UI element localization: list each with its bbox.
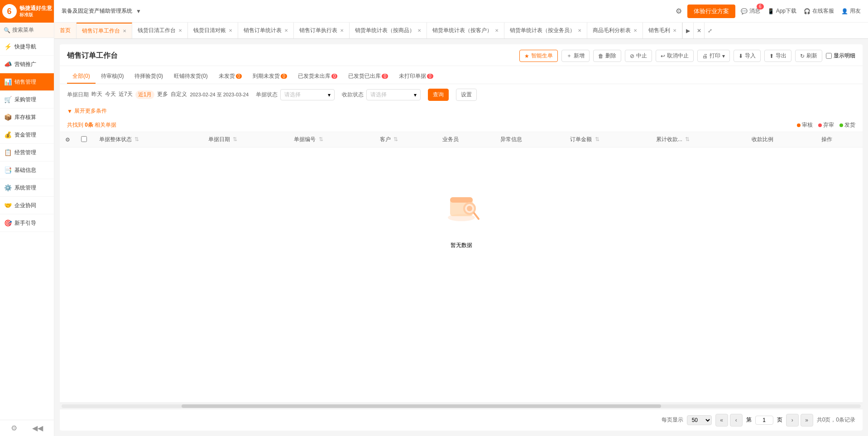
- ship-action-btn[interactable]: 发货: [839, 121, 855, 129]
- empty-text: 暂无数据: [451, 242, 472, 249]
- scroll-thumb[interactable]: [182, 404, 661, 408]
- sidebar-collapse-btn[interactable]: ◀◀: [32, 424, 43, 432]
- tab-close-sales-order[interactable]: ✕: [123, 28, 126, 33]
- sidebar-settings-btn[interactable]: ⚙: [11, 424, 17, 432]
- sidebar-item-basic-info[interactable]: 📑 基础信息: [0, 161, 54, 179]
- tab-close-sales-stat[interactable]: ✕: [284, 28, 288, 33]
- revoke-action-btn[interactable]: 弃审: [818, 121, 834, 129]
- select-all-checkbox[interactable]: [81, 136, 87, 142]
- subtab-pending-review[interactable]: 待审核(0): [96, 70, 129, 84]
- sidebar-item-quick-nav[interactable]: ⚡ 快捷导航: [0, 38, 54, 56]
- tab-close-sales-product-stat[interactable]: ✕: [417, 28, 421, 33]
- sidebar-item-inventory[interactable]: 📦 库存核算: [0, 109, 54, 126]
- show-detail-input[interactable]: [826, 53, 832, 59]
- summary-actions: 审核 弃审 发货: [797, 121, 855, 129]
- user-menu-btn[interactable]: 👤 用友: [841, 7, 861, 15]
- expand-filter-btn[interactable]: ▼ 展开更多条件: [67, 107, 855, 115]
- tab-close-sales-staff-stat[interactable]: ✕: [578, 28, 581, 33]
- page-next-btn[interactable]: ›: [786, 414, 799, 427]
- page-last-btn[interactable]: »: [801, 414, 813, 427]
- sort-collected-icon[interactable]: ⇅: [685, 136, 690, 142]
- date-yesterday[interactable]: 昨天: [91, 90, 102, 99]
- tab-sales-stat[interactable]: 销售订单统计表 ✕: [238, 23, 294, 39]
- export-btn[interactable]: ⬆ 导出: [764, 50, 791, 62]
- tab-sales-exec[interactable]: 销售订单执行表 ✕: [294, 23, 350, 39]
- payment-select[interactable]: 请选择 ▾: [366, 89, 421, 100]
- tab-sales-customer-stat[interactable]: 销货单统计表（按客户） ✕: [427, 23, 504, 39]
- date-1month[interactable]: 近1月: [135, 90, 155, 99]
- subtab-wangpu[interactable]: 旺铺待发货(0): [168, 70, 213, 84]
- tab-maximize-btn[interactable]: ⤢: [704, 23, 715, 39]
- sort-date-icon[interactable]: ⇅: [233, 136, 237, 142]
- sidebar-item-guide[interactable]: 🎯 新手引导: [0, 214, 54, 232]
- tab-close-all-btn[interactable]: ✕: [693, 23, 704, 39]
- sidebar-search[interactable]: 🔍 搜索菜单: [0, 23, 54, 38]
- tab-close-cash-daily[interactable]: ✕: [178, 28, 182, 33]
- sidebar-item-system[interactable]: ⚙️ 系统管理: [0, 179, 54, 197]
- tab-sales-profit[interactable]: 销售毛利 ✕: [643, 23, 682, 39]
- date-7days[interactable]: 近7天: [119, 90, 133, 99]
- sidebar-item-promo[interactable]: 📣 营销推广: [0, 56, 54, 73]
- show-detail-checkbox[interactable]: 显示明细: [826, 52, 855, 60]
- tab-sales-product-stat[interactable]: 销货单统计表（按商品） ✕: [350, 23, 427, 39]
- subtab-pending-inspect[interactable]: 待择验货(0): [129, 70, 168, 84]
- page-size-select[interactable]: 50 10 20 100: [687, 415, 712, 425]
- sidebar-item-purchase[interactable]: 🛒 采购管理: [0, 91, 54, 109]
- filter-settings-btn[interactable]: 设置: [456, 89, 477, 101]
- message-btn[interactable]: 💬 消息 6: [741, 7, 760, 15]
- sort-status-icon[interactable]: ⇅: [134, 136, 139, 142]
- subtab-not-printed[interactable]: 未打印单据0: [393, 70, 439, 84]
- page-input[interactable]: [755, 416, 773, 425]
- subtab-expired-not-shipped[interactable]: 到期未发货0: [247, 70, 293, 84]
- refresh-icon: ↻: [800, 53, 805, 59]
- date-today[interactable]: 今天: [105, 90, 116, 99]
- sort-number-icon[interactable]: ⇅: [319, 136, 323, 142]
- tab-close-sales-customer-stat[interactable]: ✕: [495, 28, 499, 33]
- tab-cash-reconcile[interactable]: 钱货日清对账 ✕: [188, 23, 238, 39]
- print-icon: 🖨: [702, 53, 708, 59]
- sidebar-item-finance[interactable]: 💰 资金管理: [0, 126, 54, 144]
- query-btn[interactable]: 查询: [428, 89, 449, 101]
- sidebar-item-enterprise[interactable]: 🤝 企业协同: [0, 197, 54, 214]
- smart-generate-btn[interactable]: ★ 智能生单: [519, 50, 558, 62]
- print-btn[interactable]: 🖨 打印 ▾: [697, 50, 730, 62]
- cancel-pause-btn[interactable]: ↩ 取消中止: [656, 50, 694, 62]
- tab-close-cash-reconcile[interactable]: ✕: [229, 28, 232, 33]
- add-btn[interactable]: ＋ 新增: [561, 50, 590, 62]
- col-check-header[interactable]: [76, 132, 94, 147]
- tab-sales-staff-stat[interactable]: 销货单统计表（按业务员） ✕: [504, 23, 587, 39]
- tab-gross-profit[interactable]: 商品毛利分析表 ✕: [587, 23, 643, 39]
- horizontal-scroll[interactable]: [60, 403, 863, 409]
- tab-sales-order[interactable]: 销售订单工作台 ✕: [77, 23, 132, 39]
- topbar-gear-btn[interactable]: ⚙: [676, 7, 682, 15]
- subtab-all[interactable]: 全部(0): [67, 70, 96, 84]
- audit-action-btn[interactable]: 审核: [797, 121, 813, 129]
- tab-prev-btn[interactable]: ▶: [682, 23, 693, 39]
- status-select[interactable]: 请选择 ▾: [280, 89, 335, 100]
- refresh-btn[interactable]: ↻ 刷新: [795, 50, 822, 62]
- import-btn[interactable]: ⬇ 导入: [734, 50, 761, 62]
- pause-btn[interactable]: ⊘ 中止: [625, 50, 652, 62]
- tab-close-gross-profit[interactable]: ✕: [633, 28, 637, 33]
- trial-btn[interactable]: 体验行业方案: [687, 5, 735, 18]
- tab-close-sales-exec[interactable]: ✕: [340, 28, 344, 33]
- tab-close-sales-profit[interactable]: ✕: [673, 28, 676, 33]
- topbar-dropdown-btn[interactable]: ▼: [136, 8, 141, 14]
- tab-home[interactable]: 首页: [54, 23, 77, 39]
- page-first-btn[interactable]: «: [715, 414, 728, 427]
- col-settings[interactable]: ⚙: [60, 132, 76, 147]
- delete-btn[interactable]: 🗑 删除: [593, 50, 621, 62]
- sort-amount-icon[interactable]: ⇅: [595, 136, 599, 142]
- date-more[interactable]: 更多: [157, 90, 168, 99]
- subtab-shipped-out[interactable]: 已发货已出库0: [343, 70, 393, 84]
- page-prev-btn[interactable]: ‹: [730, 414, 743, 427]
- date-custom[interactable]: 自定义: [171, 90, 187, 99]
- app-download-btn[interactable]: 📱 App下载: [767, 7, 796, 15]
- online-service-btn[interactable]: 🎧 在线客服: [804, 7, 834, 15]
- sort-customer-icon[interactable]: ⇅: [393, 136, 398, 142]
- tab-cash-daily[interactable]: 钱货日清工作台 ✕: [132, 23, 188, 39]
- subtab-shipped-not-out[interactable]: 已发货未出库0: [293, 70, 343, 84]
- sidebar-item-operation[interactable]: 📋 经营管理: [0, 144, 54, 161]
- subtab-not-shipped[interactable]: 未发货0: [213, 70, 248, 84]
- sidebar-item-sales[interactable]: 📊 销售管理: [0, 73, 54, 91]
